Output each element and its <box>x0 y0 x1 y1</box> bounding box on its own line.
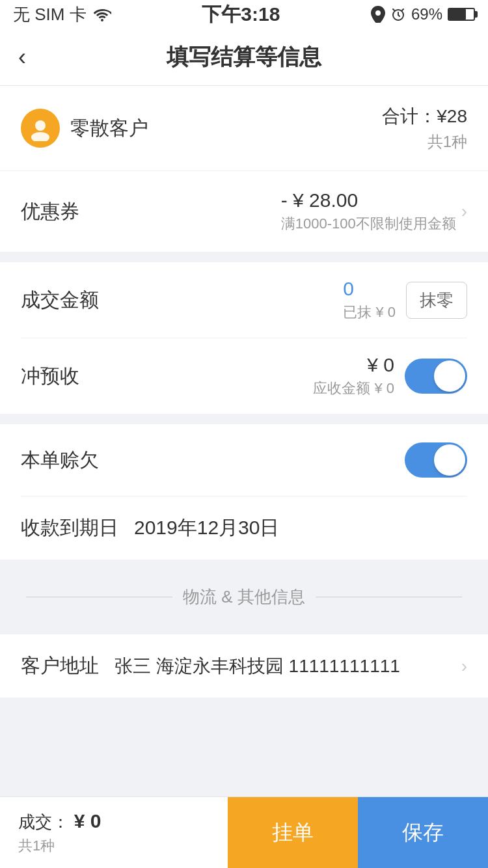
avatar-icon <box>27 115 53 141</box>
coupon-desc: 满1000-100不限制使用金额 <box>281 214 456 234</box>
transaction-value: 0 <box>343 278 396 300</box>
transaction-row: 成交金额 0 已抹 ¥ 0 抹零 <box>21 262 467 338</box>
prepayment-toggle[interactable] <box>405 359 467 394</box>
transaction-right: 0 已抹 ¥ 0 抹零 <box>343 278 467 322</box>
save-button[interactable]: 保存 <box>358 797 488 868</box>
status-right: 69% <box>371 5 475 23</box>
battery-icon <box>448 8 475 21</box>
prepay-info: ¥ 0 应收金额 ¥ 0 <box>313 354 394 398</box>
prepayment-label: 冲预收 <box>21 363 79 390</box>
address-row[interactable]: 客户地址 张三 海淀永丰科技园 11111111111 › <box>0 634 488 698</box>
status-left: 无 SIM 卡 <box>13 3 111 26</box>
due-date-value: 2019年12月30日 <box>134 515 279 541</box>
battery-percent: 69% <box>411 5 442 23</box>
location-icon <box>371 6 385 23</box>
logistics-section: 物流 & 其他信息 <box>0 570 488 624</box>
hang-button[interactable]: 挂单 <box>228 797 358 868</box>
credit-toggle[interactable] <box>405 442 467 478</box>
customer-right: 合计：¥28 共1种 <box>382 104 467 152</box>
coupon-label: 优惠券 <box>21 198 79 225</box>
page-title: 填写结算等信息 <box>167 42 321 72</box>
customer-name: 零散客户 <box>70 115 148 142</box>
coupon-info: - ¥ 28.00 满1000-100不限制使用金额 <box>281 189 456 234</box>
prepay-amount: ¥ 0 <box>313 354 394 376</box>
customer-section: 零散客户 合计：¥28 共1种 优惠券 - ¥ 28.00 满1000-100不… <box>0 86 488 252</box>
total-count: 共1种 <box>382 131 467 152</box>
coupon-right: - ¥ 28.00 满1000-100不限制使用金额 › <box>281 189 467 234</box>
credit-section: 本单赊欠 收款到期日 2019年12月30日 <box>0 424 488 560</box>
alarm-icon <box>390 7 406 22</box>
credit-row: 本单赊欠 <box>21 424 467 496</box>
main-content: 零散客户 合计：¥28 共1种 优惠券 - ¥ 28.00 满1000-100不… <box>0 86 488 786</box>
coupon-row[interactable]: 优惠券 - ¥ 28.00 满1000-100不限制使用金额 › <box>0 170 488 252</box>
prepayment-right: ¥ 0 应收金额 ¥ 0 <box>313 354 467 398</box>
logistics-title: 物流 & 其他信息 <box>183 586 305 608</box>
bottom-deal-row: 成交： ¥ 0 <box>18 810 210 834</box>
nav-bar: ‹ 填写结算等信息 <box>0 29 488 86</box>
status-time: 下午3:18 <box>202 1 280 28</box>
address-label: 客户地址 <box>21 653 99 679</box>
round-button[interactable]: 抹零 <box>406 282 467 319</box>
bottom-count: 共1种 <box>18 836 210 856</box>
svg-point-1 <box>35 120 46 131</box>
credit-toggle-knob <box>434 444 465 476</box>
coupon-chevron-icon: › <box>461 201 467 222</box>
wifi-icon <box>93 7 111 21</box>
prepayment-row: 冲预收 ¥ 0 应收金额 ¥ 0 <box>21 338 467 414</box>
bottom-deal-label: 成交： <box>18 812 69 832</box>
address-value: 张三 海淀永丰科技园 11111111111 <box>115 654 461 679</box>
transaction-label: 成交金额 <box>21 287 99 314</box>
bottom-info: 成交： ¥ 0 共1种 <box>0 797 228 868</box>
customer-left: 零散客户 <box>21 109 148 148</box>
prepay-sub: 应收金额 ¥ 0 <box>313 379 394 398</box>
bottom-bar: 成交： ¥ 0 共1种 挂单 保存 <box>0 796 488 868</box>
due-date-label: 收款到期日 <box>21 515 118 541</box>
total-label: 合计：¥28 <box>382 104 467 129</box>
transaction-value-block: 0 已抹 ¥ 0 <box>343 278 396 322</box>
bottom-deal-amount: ¥ 0 <box>74 810 102 832</box>
due-date-row: 收款到期日 2019年12月30日 <box>21 496 467 560</box>
toggle-knob <box>434 360 465 392</box>
back-button[interactable]: ‹ <box>18 44 26 71</box>
status-bar: 无 SIM 卡 下午3:18 69% <box>0 0 488 29</box>
no-sim-text: 无 SIM 卡 <box>13 3 87 26</box>
credit-label: 本单赊欠 <box>21 447 99 474</box>
transaction-sub: 已抹 ¥ 0 <box>343 303 396 322</box>
customer-avatar <box>21 109 60 148</box>
customer-row: 零散客户 合计：¥28 共1种 <box>0 86 488 170</box>
transaction-section: 成交金额 0 已抹 ¥ 0 抹零 冲预收 ¥ 0 应收金额 ¥ 0 <box>0 262 488 414</box>
coupon-amount: - ¥ 28.00 <box>281 189 456 211</box>
logistics-header: 物流 & 其他信息 <box>0 570 488 624</box>
address-section: 客户地址 张三 海淀永丰科技园 11111111111 › <box>0 634 488 698</box>
svg-point-2 <box>31 132 49 141</box>
address-chevron-icon: › <box>461 656 467 677</box>
